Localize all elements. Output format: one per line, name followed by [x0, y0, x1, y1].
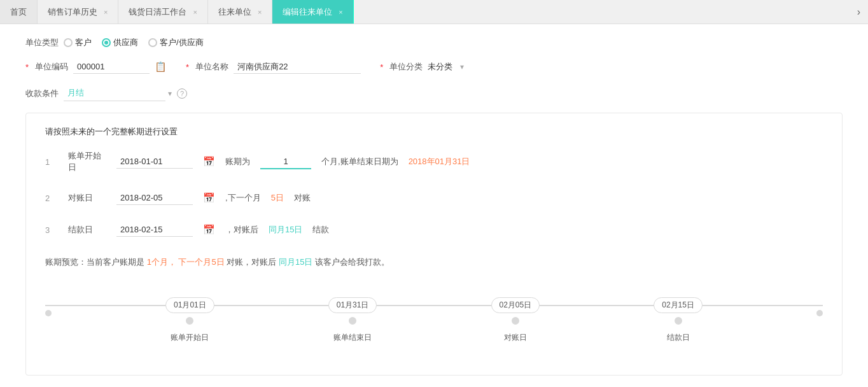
period-row-3: 3 结款日 📅 ，对账后 同月15日 结款 — [45, 223, 823, 237]
period-row-1: 1 账单开始日 📅 账期为 个月,账单结束日期为 2018年01月31日 — [45, 150, 823, 173]
tab-edit-partner-close[interactable]: × — [339, 8, 342, 16]
unit-name-label: 单位名称 — [195, 61, 228, 73]
period-date-1[interactable] — [116, 155, 193, 169]
tab-sales-history-label: 销售订单历史 — [48, 6, 97, 18]
timeline-label-1: 账单开始日 — [171, 332, 209, 343]
tab-home-label: 首页 — [10, 6, 27, 18]
timeline-label-4: 结款日 — [667, 332, 690, 343]
radio-group: 客户 供应商 客户/供应商 — [64, 37, 204, 48]
tab-home[interactable]: 首页 — [0, 0, 38, 24]
tab-cash-work-label: 钱货日清工作台 — [129, 6, 186, 18]
period-highlight-2: 5日 — [271, 192, 284, 204]
radio-supplier-label: 供应商 — [113, 37, 138, 48]
unit-type-row: 单位类型 客户 供应商 客户/供应商 — [25, 37, 843, 48]
tab-sales-history[interactable]: 销售订单历史 × — [38, 0, 118, 24]
period-title: 请按照未来的一个完整帐期进行设置 — [45, 126, 823, 137]
unit-category-star: * — [380, 62, 383, 72]
tab-bar: 首页 销售订单历史 × 钱货日清工作台 × 往来单位 × 编辑往来单位 × › — [0, 0, 868, 24]
timeline-items: 01月01日 账单开始日 01月31日 账单结束日 02月05日 对账日 — [45, 297, 823, 343]
cal-icon-1[interactable]: 📅 — [203, 156, 215, 167]
help-icon[interactable]: ? — [177, 88, 187, 99]
payment-row: 收款条件 月结 ▾ ? — [25, 85, 843, 101]
cal-icon-2[interactable]: 📅 — [203, 192, 215, 204]
unit-code-input[interactable] — [73, 60, 150, 74]
payment-arrow[interactable]: ▾ — [168, 89, 172, 98]
period-suffix-3a: ，对账后 — [225, 224, 258, 236]
payment-value[interactable]: 月结 — [64, 85, 165, 101]
period-unit-1: 个月,账单结束日期为 — [321, 156, 398, 167]
preview-part1: 1个月， — [147, 257, 176, 267]
cal-icon-3[interactable]: 📅 — [203, 224, 215, 236]
tab-cash-work-close[interactable]: × — [193, 8, 197, 16]
unit-name-group: * 单位名称 — [186, 60, 361, 74]
period-box: 请按照未来的一个完整帐期进行设置 1 账单开始日 📅 账期为 个月,账单结束日期… — [25, 113, 843, 376]
main-content: 单位类型 客户 供应商 客户/供应商 * 单位编码 — [0, 24, 868, 387]
period-date-2[interactable] — [116, 191, 193, 205]
tab-partner-label: 往来单位 — [218, 6, 251, 18]
timeline-start — [45, 297, 52, 316]
period-label-3: 结款日 — [68, 224, 106, 236]
tab-partner-close[interactable]: × — [258, 8, 262, 16]
unit-name-star: * — [186, 62, 189, 72]
unit-category-arrow[interactable]: ▾ — [460, 62, 464, 71]
timeline-item-2: 01月31日 账单结束日 — [328, 297, 377, 343]
unit-type-label: 单位类型 — [25, 37, 59, 48]
period-row-2: 2 对账日 📅 ,下一个月 5日 对账 — [45, 191, 823, 205]
timeline-end-dot — [816, 310, 823, 316]
preview-part4: 同月15日 — [279, 257, 312, 267]
tab-partner[interactable]: 往来单位 × — [208, 0, 272, 24]
unit-type-group: 单位类型 客户 供应商 客户/供应商 — [25, 37, 204, 48]
period-label-1: 账单开始日 — [68, 150, 106, 173]
timeline-badge-2: 01月31日 — [328, 297, 377, 313]
radio-customer-circle — [64, 38, 73, 47]
unit-code-group: * 单位编码 📋 — [25, 60, 167, 74]
radio-both-circle — [148, 38, 157, 47]
radio-both[interactable]: 客户/供应商 — [148, 37, 204, 48]
period-date-3[interactable] — [116, 223, 193, 237]
payment-group: 收款条件 月结 ▾ ? — [25, 85, 187, 101]
unit-category-value: 未分类 — [428, 61, 452, 73]
timeline-label-3: 对账日 — [504, 332, 527, 343]
radio-supplier-circle — [102, 38, 111, 47]
unit-name-input[interactable] — [234, 60, 361, 74]
unit-code-star: * — [25, 62, 29, 72]
tab-edit-partner-label: 编辑往来单位 — [283, 6, 332, 18]
period-suffix-3b: 结款 — [312, 224, 329, 236]
timeline-dot-4 — [675, 317, 682, 325]
radio-supplier[interactable]: 供应商 — [102, 37, 138, 48]
preview-label: 账期预览：当前客户账期是 — [45, 257, 144, 267]
tab-cash-work[interactable]: 钱货日清工作台 × — [118, 0, 207, 24]
tab-edit-partner[interactable]: 编辑往来单位 × — [272, 0, 353, 24]
period-suffix-2a: ,下一个月 — [225, 192, 261, 204]
preview-part2: 下一个月5日 — [178, 257, 224, 267]
period-suffix-1: 账期为 — [225, 156, 250, 167]
timeline: 01月01日 账单开始日 01月31日 账单结束日 02月05日 对账日 — [45, 285, 823, 362]
timeline-item-3: 02月05日 对账日 — [491, 297, 540, 343]
period-num-3: 3 — [45, 225, 58, 235]
timeline-dot-1 — [186, 317, 193, 325]
tab-more-button[interactable]: › — [850, 0, 868, 24]
unit-category-label: 单位分类 — [389, 61, 423, 73]
timeline-dot-2 — [349, 317, 356, 325]
timeline-item-1: 01月01日 账单开始日 — [165, 297, 214, 343]
timeline-badge-1: 01月01日 — [165, 297, 214, 313]
timeline-badge-4: 02月15日 — [654, 297, 703, 313]
period-month-input[interactable] — [260, 155, 311, 169]
period-end-date: 2018年01月31日 — [409, 156, 470, 167]
preview-text: 账期预览：当前客户账期是 1个月， 下一个月5日 对账，对账后 同月15日 该客… — [45, 255, 823, 269]
period-label-2: 对账日 — [68, 192, 106, 204]
unit-code-icon[interactable]: 📋 — [155, 61, 167, 73]
timeline-start-dot — [45, 310, 52, 316]
radio-both-label: 客户/供应商 — [160, 37, 204, 48]
payment-label: 收款条件 — [25, 88, 59, 99]
unit-info-row: * 单位编码 📋 * 单位名称 * 单位分类 未分类 ▾ — [25, 60, 843, 74]
period-num-1: 1 — [45, 157, 58, 167]
timeline-end — [816, 297, 823, 316]
period-highlight-3: 同月15日 — [269, 224, 302, 236]
payment-dropdown-wrap: 月结 ▾ — [64, 85, 172, 101]
radio-customer-label: 客户 — [75, 37, 92, 48]
radio-customer[interactable]: 客户 — [64, 37, 92, 48]
timeline-dot-3 — [512, 317, 519, 325]
timeline-item-4: 02月15日 结款日 — [654, 297, 703, 343]
tab-sales-history-close[interactable]: × — [104, 8, 108, 16]
